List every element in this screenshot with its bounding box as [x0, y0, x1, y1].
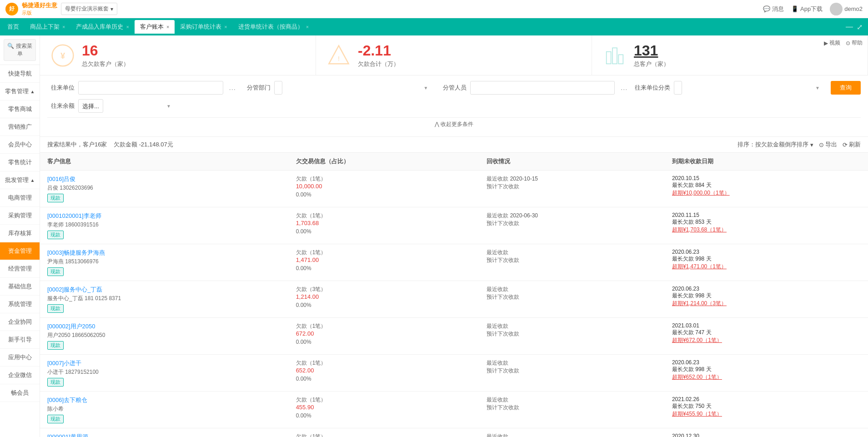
help-icon: ⊙ [846, 40, 850, 46]
source-unit-input[interactable] [78, 81, 223, 95]
overdue-amount-link[interactable]: 超期¥1,471.00（1笔） [672, 263, 727, 270]
last-collect-label: 最近收款 [487, 359, 657, 367]
cell-customer-info: [0002]服务中心_丁磊 服务中心_丁磊 181 0125 8371 现款 [40, 281, 289, 318]
view-btn[interactable]: ▶ 视频 [824, 39, 840, 47]
unit-class-select[interactable] [674, 81, 682, 95]
result-bar: 搜索结果中，客户16家 欠款金额 -21,148.07元 排序：按欠款金额倒序排… [40, 137, 868, 153]
tab-purchase[interactable]: 采购订单统计表 × [175, 20, 232, 34]
table-row: [000002]用户2050 用户2050 18665062050 现款 欠款（… [40, 318, 868, 355]
filter-group-source-unit: 往来单位 … [47, 81, 236, 95]
customer-name-link[interactable]: [0007]小迸干 [47, 360, 81, 367]
overdue-amount-link[interactable]: 超期¥672.00（1笔） [672, 337, 722, 343]
tab-production[interactable]: 产成品入库单历史 × [70, 20, 134, 34]
tab-maximize-btn[interactable]: ⤢ [857, 23, 863, 31]
cell-customer-info: [000001]黄思源 黄思源 13552700226 现款 [40, 428, 289, 437]
owed-amount: 1,214.00 [296, 293, 472, 300]
sidebar-item-retail-stats[interactable]: 零售统计 [0, 154, 40, 171]
filter-row-1: 往来单位 … 分管部门 分管人员 … 往来单位分类 [47, 81, 861, 95]
cell-due-date: 2020.06.23 最长欠款 998 天 超期¥1,214.00（3笔） [665, 281, 868, 318]
sidebar-item-ecommerce[interactable]: 电商管理 [0, 189, 40, 207]
sidebar-item-basic-info[interactable]: 基础信息 [0, 278, 40, 296]
person-ellipsis[interactable]: … [620, 84, 627, 92]
owed-desc: 欠款（1笔） [296, 249, 472, 256]
due-date: 2021.03.01 [672, 322, 861, 329]
owed-desc: 欠款（3笔） [296, 286, 472, 293]
customer-name-link[interactable]: [0006]去下粮仓 [47, 397, 87, 403]
svg-rect-7 [612, 48, 617, 64]
sidebar-item-retail-mall[interactable]: 零售商城 [0, 100, 40, 118]
dept-select[interactable] [274, 81, 282, 95]
sidebar-item-corp-wechat[interactable]: 企业微信 [0, 367, 40, 384]
help-btn[interactable]: ⊙ 帮助 [846, 39, 863, 47]
sidebar-item-quick-nav[interactable]: 快捷导航 [0, 65, 40, 83]
due-date: 2021.02.26 [672, 396, 861, 402]
tab-home[interactable]: 首页 [2, 20, 25, 34]
overdue-amount-link[interactable]: 超期¥455.90（1笔） [672, 411, 722, 417]
cell-due-date: 2020.06.23 最长欠款 998 天 超期¥1,471.00（1笔） [665, 244, 868, 281]
tab-products[interactable]: 商品上下架 × [25, 20, 70, 34]
result-bar-right: 排序：按欠款金额倒序排序 ▾ ⊙ 导出 ⟳ 刷新 [738, 141, 861, 149]
tab-close-inbound[interactable]: × [306, 24, 309, 30]
due-date: 2020.10.15 [672, 175, 861, 181]
owed-desc: 欠款（1笔） [296, 212, 472, 220]
sidebar-search: 🔍 搜索菜单 [0, 35, 40, 65]
sort-selector[interactable]: 排序：按欠款金额倒序排序 ▾ [738, 141, 813, 149]
export-btn[interactable]: ⊙ 导出 [819, 141, 837, 149]
table-row: [0007]小迸干 小迸干 18279152100 现款 欠款（1笔） 652.… [40, 355, 868, 392]
collapse-btn[interactable]: ⋀ 收起更多条件 [47, 117, 861, 131]
sidebar-item-member[interactable]: 会员中心 [0, 136, 40, 154]
sidebar-item-inventory[interactable]: 库存核算 [0, 225, 40, 242]
overdue-amount-link[interactable]: 超期¥10,000.00（1笔） [672, 190, 730, 196]
sidebar-item-marketing[interactable]: 营销推广 [0, 118, 40, 136]
overdue-amount-link[interactable]: 超期¥1,703.68（1笔） [672, 226, 727, 233]
owed-desc: 欠款（1笔） [296, 359, 472, 367]
search-menu-btn[interactable]: 🔍 搜索菜单 [4, 39, 36, 61]
customer-name-link[interactable]: [0002]服务中心_丁磊 [47, 286, 102, 293]
person-input[interactable] [470, 81, 615, 95]
balance-select[interactable]: 选择... [78, 99, 103, 113]
sidebar-item-purchase-mgmt[interactable]: 采购管理 [0, 207, 40, 225]
customer-tag: 现款 [47, 304, 64, 313]
overdue-amount-link[interactable]: 超期¥652.00（1笔） [672, 374, 722, 380]
customer-name-link[interactable]: [000002]用户2050 [47, 323, 95, 330]
refresh-btn[interactable]: ⟳ 刷新 [843, 141, 861, 149]
cell-collection: 最近收款 预计下次收款 [479, 244, 665, 281]
due-date: 2020.12.30 [672, 433, 861, 437]
sidebar-item-newbie[interactable]: 新手引导 [0, 331, 40, 349]
customer-name-link[interactable]: [000001]黄思源 [47, 433, 88, 437]
sidebar-item-vip[interactable]: 畅会员 [0, 384, 40, 402]
sidebar-item-enterprise[interactable]: 企业协同 [0, 313, 40, 331]
tab-close-products[interactable]: × [62, 24, 65, 30]
customer-name-link[interactable]: [0003]畅捷服务尹海燕 [47, 249, 105, 256]
owed-pct: 0.00% [296, 376, 472, 382]
customer-name-link[interactable]: [0001020001]李老师 [47, 212, 101, 219]
source-unit-label: 往来单位 [47, 84, 75, 92]
next-collect-label: 预计下次收款 [487, 330, 657, 338]
message-btn[interactable]: 💬 消息 [763, 5, 784, 13]
sidebar-item-finance[interactable]: 资金管理 [0, 242, 40, 260]
cell-collection: 最近收款 预计下次收款 [479, 318, 665, 355]
tab-minimize-btn[interactable]: — [846, 23, 853, 31]
cell-collection: 最近收款 预计下次收款 [479, 392, 665, 428]
search-button[interactable]: 查询 [831, 81, 861, 95]
tab-customer[interactable]: 客户账本 × [135, 20, 175, 34]
company-selector[interactable]: 母婴行业演示账套 ▾ [61, 3, 117, 15]
chevron-down-icon: ▾ [810, 141, 813, 148]
user-avatar[interactable]: demo2 [830, 3, 863, 15]
tab-close-purchase[interactable]: × [224, 24, 227, 30]
app-download-btn[interactable]: 📱 App下载 [791, 5, 823, 13]
sidebar-item-system[interactable]: 系统管理 [0, 296, 40, 313]
tab-close-customer[interactable]: × [166, 24, 169, 30]
sidebar-item-retail-mgmt[interactable]: 零售管理 ▲ [0, 83, 40, 100]
tab-close-production[interactable]: × [126, 24, 129, 30]
overdue-amount-link[interactable]: 超期¥1,214.00（3笔） [672, 300, 727, 306]
sidebar-item-batch-mgmt[interactable]: 批发管理 ▲ [0, 171, 40, 189]
sidebar-item-app-center[interactable]: 应用中心 [0, 349, 40, 367]
cell-owed-info: 欠款（3笔） 1,214.00 0.00% [289, 281, 480, 318]
table-row: [0016]吕俊 吕俊 13026203696 现款 欠款（1笔） 10,000… [40, 171, 868, 207]
sidebar-item-operations[interactable]: 经营管理 [0, 260, 40, 278]
tab-inbound[interactable]: 进货单统计表（按商品） × [233, 20, 314, 34]
sidebar: 🔍 搜索菜单 快捷导航 零售管理 ▲ 零售商城 营销推广 会员中心 零售统计 批… [0, 35, 40, 437]
source-unit-ellipsis[interactable]: … [229, 84, 236, 92]
customer-name-link[interactable]: [0016]吕俊 [47, 176, 75, 182]
